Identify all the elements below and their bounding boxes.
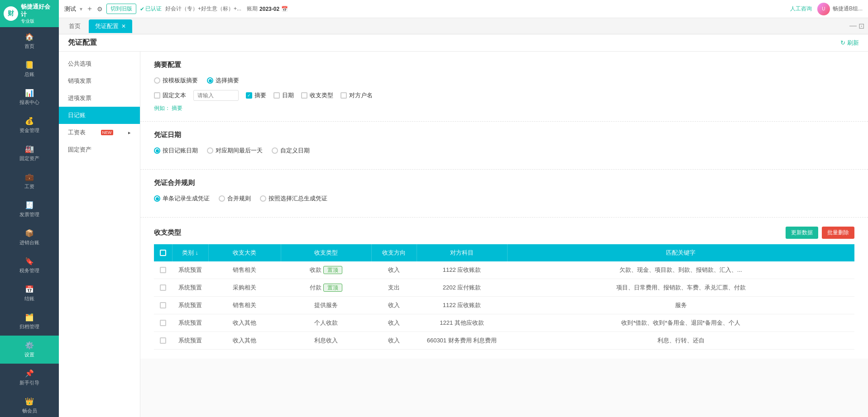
batch-delete-btn[interactable]: 批量删除	[822, 227, 854, 239]
th-bigtype: 收支大类	[208, 244, 281, 261]
checkbox-counterpart-box	[340, 92, 347, 99]
th-keyword: 匹配关键字	[507, 244, 854, 261]
app-logo: 财 畅捷通好会计 专业版	[0, 0, 59, 27]
sidebar-item-member[interactable]: 👑畅会员	[0, 392, 59, 417]
sub-type-text: 付款	[310, 284, 321, 291]
radio-merge[interactable]: 合并规则	[219, 194, 251, 203]
tab-home[interactable]: 首页	[62, 19, 87, 33]
fund-icon: 💰	[25, 117, 34, 125]
minimize-icon[interactable]: —	[849, 22, 857, 30]
checkbox-counterpart[interactable]: 对方户名	[340, 91, 373, 100]
reset-tag[interactable]: 置顶	[323, 284, 342, 292]
sidebar: 财 畅捷通好会计 专业版 🏠首页📒总账📊报表中心💰资金管理🏭固定资产💼工资🧾发票…	[0, 0, 59, 417]
page-header: 凭证配置 ↻ 刷新	[59, 34, 868, 52]
select-all-checkbox[interactable]	[160, 250, 166, 256]
sidebar-item-guide[interactable]: 📌新手引导	[0, 364, 59, 392]
sidebar-item-archive[interactable]: 🗂️归档管理	[0, 308, 59, 336]
chevron-right-icon: ▸	[128, 130, 131, 136]
checkbox-income-type[interactable]: 收支类型	[301, 91, 333, 100]
left-menu-item-salary-table[interactable]: 工资表 NEW ▸	[59, 124, 140, 141]
income-section: 收支类型 更新数据 批量删除 类别 ↓	[140, 218, 868, 359]
example-text: 例如： 摘要	[154, 104, 854, 112]
income-table-body: 系统预置 销售相关 收款 置顶 收入 1122 应收账款 欠款、现金、项目款、到…	[154, 261, 854, 350]
left-menu-item-purchase-invoice[interactable]: 进项发票	[59, 90, 140, 107]
left-menu-item-journal[interactable]: 日记账	[59, 107, 140, 124]
radio-select[interactable]: 选择摘要	[207, 76, 239, 85]
calendar-icon[interactable]: 📅	[281, 6, 288, 12]
radio-single[interactable]: 单条记录生成凭证	[154, 194, 210, 203]
summary-checkbox-row: 固定文本 摘要 日期 收支类型	[154, 90, 854, 101]
row-checkbox[interactable]	[160, 284, 166, 291]
sidebar-item-asset[interactable]: 🏭固定资产	[0, 139, 59, 167]
left-menu-item-fixed-assets[interactable]: 固定资产	[59, 141, 140, 158]
sidebar-item-tax[interactable]: 🔖税务管理	[0, 251, 59, 280]
row-checkbox[interactable]	[160, 337, 166, 344]
checkbox-date-box	[273, 92, 280, 99]
checkbox-date[interactable]: 日期	[273, 91, 294, 100]
add-icon[interactable]: ＋	[86, 4, 93, 14]
radio-template[interactable]: 按模板版摘要	[154, 76, 198, 85]
row-subtype: 利息收入	[281, 332, 371, 350]
tab-close-icon[interactable]: ✕	[121, 23, 126, 29]
table-row: 系统预置 收入其他 个人收款 收入 1221 其他应收款 收到*借款、收到*备用…	[154, 314, 854, 332]
th-category: 类别 ↓	[172, 244, 208, 261]
radio-period-last-circle	[207, 147, 213, 154]
row-keyword: 欠款、现金、项目款、到款、报销款、汇入、...	[507, 261, 854, 279]
radio-custom-date-circle	[272, 147, 278, 154]
row-check-cell	[154, 279, 172, 297]
sidebar-item-home[interactable]: 🏠首页	[0, 27, 59, 55]
row-account: 1122 应收账款	[417, 261, 507, 279]
sidebar-item-ledger[interactable]: 📒总账	[0, 55, 59, 83]
row-account: 660301 财务费用 利息费用	[417, 332, 507, 350]
gear-icon[interactable]: ⚙	[97, 5, 103, 13]
fixed-text-input[interactable]	[193, 90, 239, 101]
tax-icon: 🔖	[25, 257, 34, 265]
sidebar-item-close[interactable]: 📅结账	[0, 280, 59, 308]
checkbox-income-type-box	[301, 92, 307, 99]
row-bigtype: 收入其他	[208, 314, 281, 332]
home-icon: 🏠	[25, 33, 34, 41]
table-row: 系统预置 收入其他 利息收入 收入 660301 财务费用 利息费用 利息、行转…	[154, 332, 854, 350]
period-label: 账期 2023-02 📅	[247, 5, 288, 13]
income-table-header-row: 类别 ↓ 收支大类 收支类型 收支方向 对方科目 匹配关键字	[154, 244, 854, 261]
member-icon: 👑	[25, 397, 34, 406]
tab-voucher-config[interactable]: 凭证配置 ✕	[89, 19, 132, 33]
th-check[interactable]	[154, 244, 172, 261]
row-check-cell	[154, 261, 172, 279]
voucher-date-radio-group: 按日记账日期 对应期间最后一天 自定义日期	[154, 147, 854, 155]
sidebar-item-salary[interactable]: 💼工资	[0, 167, 59, 195]
maximize-icon[interactable]: ⊡	[858, 22, 864, 30]
sidebar-item-invoice-mgmt[interactable]: 🧾发票管理	[0, 195, 59, 223]
sidebar-item-settings[interactable]: ⚙️设置	[0, 336, 59, 364]
sidebar-item-purchase[interactable]: 📦进销台账	[0, 223, 59, 251]
top-bar: 测试 ▾ ＋ ⚙ 切到旧版 ✔ 已认证 好会计（专）+好生意（标）+... 账期…	[59, 0, 868, 18]
content-area: 公共选项销项发票进项发票日记账工资表 NEW ▸固定资产 摘要配置 按模板版摘要…	[59, 52, 868, 417]
row-checkbox[interactable]	[160, 320, 166, 326]
reset-tag[interactable]: 置顶	[323, 266, 342, 274]
dropdown-arrow-icon[interactable]: ▾	[80, 6, 82, 12]
row-subtype: 收款 置顶	[281, 261, 371, 279]
sidebar-item-report[interactable]: 📊报表中心	[0, 83, 59, 111]
radio-journal-date[interactable]: 按日记账日期	[154, 147, 198, 155]
switch-old-btn[interactable]: 切到旧版	[106, 4, 136, 14]
radio-period-last[interactable]: 对应期间最后一天	[207, 147, 263, 155]
row-checkbox[interactable]	[160, 302, 166, 308]
sub-type-text: 提供服务	[314, 302, 338, 308]
purchase-icon: 📦	[25, 229, 34, 237]
consult-btn[interactable]: 人工咨询	[790, 5, 812, 13]
top-bar-title: 测试	[64, 5, 76, 13]
checkbox-summary[interactable]: 摘要	[246, 91, 266, 100]
left-menu-item-public[interactable]: 公共选项	[59, 55, 140, 72]
row-bigtype: 收入其他	[208, 332, 281, 350]
refresh-btn[interactable]: ↻ 刷新	[840, 39, 859, 47]
income-table: 类别 ↓ 收支大类 收支类型 收支方向 对方科目 匹配关键字	[154, 244, 854, 350]
row-bigtype: 销售相关	[208, 261, 281, 279]
row-checkbox[interactable]	[160, 267, 166, 273]
radio-summary-gen[interactable]: 按照选择汇总生成凭证	[260, 194, 327, 203]
checkbox-fixed-text[interactable]: 固定文本	[154, 91, 186, 100]
radio-custom-date[interactable]: 自定义日期	[272, 147, 310, 155]
sidebar-item-fund[interactable]: 💰资金管理	[0, 111, 59, 139]
update-data-btn[interactable]: 更新数据	[786, 227, 818, 239]
left-menu-item-sales-invoice[interactable]: 销项发票	[59, 72, 140, 90]
row-category: 系统预置	[172, 261, 208, 279]
